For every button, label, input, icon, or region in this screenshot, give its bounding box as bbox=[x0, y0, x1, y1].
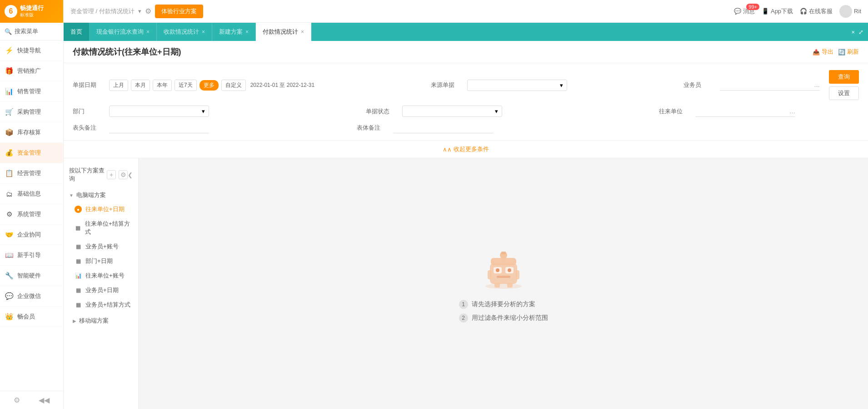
sidebar-item-label: 经营管理 bbox=[17, 169, 41, 177]
footer-collapse-icon[interactable]: ◀◀ bbox=[39, 396, 50, 404]
scheme-table-icon: ▦ bbox=[75, 258, 82, 265]
user-avatar-area[interactable]: Rit bbox=[839, 5, 861, 18]
scheme-item-unit-date[interactable]: ● 往来单位+日期 bbox=[64, 202, 138, 217]
sidebar-item-member[interactable]: 👑 畅会员 bbox=[0, 307, 63, 327]
scheme-item-salesman-payment[interactable]: ▦ 业务员+结算方式 bbox=[64, 298, 138, 312]
mobile-group-label: 移动端方案 bbox=[79, 317, 109, 325]
salesman-input[interactable]: … bbox=[720, 80, 820, 91]
status-select-arrow: ▾ bbox=[495, 108, 498, 115]
status-select[interactable]: ▾ bbox=[402, 106, 502, 117]
dept-label: 部门 bbox=[73, 107, 100, 116]
search-label: 搜索菜单 bbox=[15, 27, 38, 35]
sidebar-item-label: 系统管理 bbox=[17, 210, 41, 218]
svg-rect-10 bbox=[507, 283, 513, 288]
marketing-icon: 🎁 bbox=[5, 66, 14, 76]
empty-state: 1 请先选择要分析的方案 2 用过滤条件来缩小分析范围 bbox=[459, 245, 548, 323]
sidebar-item-capital[interactable]: 💰 资金管理 bbox=[0, 143, 63, 163]
tab-new-scheme[interactable]: 新建方案 × bbox=[212, 23, 256, 41]
tab-close-all-icon[interactable]: × bbox=[851, 29, 855, 35]
sidebar-item-marketing[interactable]: 🎁 营销推广 bbox=[0, 61, 63, 81]
settings-button[interactable]: 设置 bbox=[829, 86, 859, 100]
tab-home[interactable]: 首页 bbox=[64, 23, 90, 41]
scheme-item-unit-payment[interactable]: ▦ 往来单位+结算方式 bbox=[64, 217, 138, 239]
scheme-table-icon: ▦ bbox=[75, 287, 82, 294]
scheme-item-salesman-date[interactable]: ▦ 业务员+日期 bbox=[64, 283, 138, 298]
tab-home-label: 首页 bbox=[70, 28, 82, 36]
add-scheme-button[interactable]: + bbox=[107, 170, 116, 179]
dept-select[interactable]: ▾ bbox=[109, 106, 209, 117]
header-left: 资金管理 / 付款情况统计 ▾ ⚙ 体验行业方案 bbox=[70, 5, 729, 18]
date-btn-7days[interactable]: 近7天 bbox=[175, 80, 197, 91]
sidebar-nav: ⚡ 快捷导航 🎁 营销推广 📊 销售管理 🛒 采购管理 📦 库存核算 💰 资金管… bbox=[0, 40, 63, 391]
basic-icon: 🗂 bbox=[5, 189, 14, 198]
scheme-settings-button[interactable]: ⚙ bbox=[119, 170, 128, 179]
sidebar-item-system[interactable]: ⚙ 系统管理 bbox=[0, 204, 63, 225]
sidebar-header: 6 畅捷通行 标准版 bbox=[0, 0, 63, 23]
empty-illustration bbox=[476, 245, 531, 291]
svg-point-5 bbox=[508, 268, 511, 272]
scheme-label: 业务员+结算方式 bbox=[85, 301, 130, 309]
tip-text-2: 用过滤条件来缩小分析范围 bbox=[472, 314, 548, 322]
date-btn-custom[interactable]: 自定义 bbox=[221, 80, 246, 91]
breadcrumb-dropdown-icon[interactable]: ▾ bbox=[138, 8, 141, 15]
sidebar-item-corp[interactable]: 🤝 企业协同 bbox=[0, 225, 63, 245]
sidebar-item-hardware[interactable]: 🔧 智能硬件 bbox=[0, 266, 63, 286]
sidebar-item-label: 畅会员 bbox=[17, 313, 35, 321]
sidebar-item-basic[interactable]: 🗂 基础信息 bbox=[0, 184, 63, 204]
sidebar-item-purchase[interactable]: 🛒 采购管理 bbox=[0, 102, 63, 122]
logo-name: 畅捷通行 bbox=[20, 5, 44, 12]
tab-bank-flow[interactable]: 现金银行流水查询 × bbox=[90, 23, 157, 41]
corp-icon: 🤝 bbox=[5, 230, 14, 239]
tab-payment-close[interactable]: × bbox=[301, 29, 304, 35]
header-settings-icon[interactable]: ⚙ bbox=[145, 7, 151, 15]
scheme-item-unit-account[interactable]: 📊 往来单位+账号 bbox=[64, 268, 138, 283]
mobile-group-header[interactable]: ▶ 移动端方案 bbox=[64, 314, 138, 328]
sidebar-search[interactable]: 🔍 搜索菜单 bbox=[0, 23, 63, 40]
sidebar-item-sales[interactable]: 📊 销售管理 bbox=[0, 81, 63, 102]
sidebar-item-guide[interactable]: 📖 新手引导 bbox=[0, 245, 63, 266]
date-filter-label: 单据日期 bbox=[73, 81, 100, 89]
sidebar-item-operation[interactable]: 📋 经营管理 bbox=[0, 163, 63, 184]
date-btn-this-year[interactable]: 本年 bbox=[153, 80, 172, 91]
tab-fullscreen-icon[interactable]: ⤢ bbox=[858, 29, 863, 35]
desktop-group-header[interactable]: ▼ 电脑端方案 bbox=[64, 188, 138, 202]
sidebar-item-inventory[interactable]: 📦 库存核算 bbox=[0, 122, 63, 143]
scheme-label: 业务员+日期 bbox=[85, 286, 119, 294]
header-right: 💬 消息 99+ 📱 App下载 🎧 在线客服 Rit bbox=[734, 5, 861, 18]
app-download-button[interactable]: 📱 App下载 bbox=[762, 7, 793, 15]
online-service-button[interactable]: 🎧 在线客服 bbox=[800, 7, 833, 15]
tab-payment[interactable]: 付款情况统计 × bbox=[256, 23, 311, 41]
body-note-input[interactable] bbox=[393, 122, 493, 133]
tab-collection[interactable]: 收款情况统计 × bbox=[157, 23, 212, 41]
header-note-input[interactable] bbox=[109, 122, 209, 133]
trial-button[interactable]: 体验行业方案 bbox=[155, 5, 203, 18]
date-btn-this-month[interactable]: 本月 bbox=[131, 80, 150, 91]
scheme-item-salesman-account[interactable]: ▦ 业务员+账号 bbox=[64, 239, 138, 254]
source-select[interactable]: ▾ bbox=[467, 80, 567, 91]
export-button[interactable]: 📤 导出 bbox=[813, 48, 833, 56]
export-icon: 📤 bbox=[813, 49, 820, 56]
date-btn-more[interactable]: 更多 bbox=[200, 80, 219, 91]
tab-bar: 首页 现金银行流水查询 × 收款情况统计 × 新建方案 × 付款情况统计 × ×… bbox=[64, 23, 868, 41]
panel-header: 按以下方案查询 + ⚙ ❮ bbox=[64, 163, 138, 187]
user-name: Rit bbox=[854, 8, 861, 15]
query-button[interactable]: 查询 bbox=[829, 70, 859, 84]
tab-collection-close[interactable]: × bbox=[202, 29, 205, 35]
counterparty-input[interactable]: … bbox=[695, 106, 795, 117]
collapse-button[interactable]: ∧∧ 收起更多条件 bbox=[443, 145, 489, 153]
tab-bank-flow-close[interactable]: × bbox=[146, 29, 150, 35]
messages-badge: 99+ bbox=[746, 4, 759, 10]
svg-point-4 bbox=[496, 268, 499, 272]
service-label: 在线客服 bbox=[809, 7, 833, 15]
panel-collapse-button[interactable]: ❮ bbox=[128, 172, 133, 178]
tab-new-scheme-close[interactable]: × bbox=[245, 29, 249, 35]
messages-button[interactable]: 💬 消息 99+ bbox=[734, 7, 755, 15]
sidebar-item-wechat[interactable]: 💬 企业微信 bbox=[0, 286, 63, 307]
dept-select-arrow: ▾ bbox=[202, 108, 205, 115]
footer-settings-icon[interactable]: ⚙ bbox=[14, 396, 20, 404]
scheme-item-dept-date[interactable]: ▦ 部门+日期 bbox=[64, 254, 138, 268]
refresh-button[interactable]: 🔄 刷新 bbox=[838, 48, 859, 56]
date-btn-last-month[interactable]: 上月 bbox=[109, 80, 128, 91]
sidebar-item-quick-nav[interactable]: ⚡ 快捷导航 bbox=[0, 40, 63, 61]
mobile-group-arrow: ▶ bbox=[73, 318, 76, 323]
